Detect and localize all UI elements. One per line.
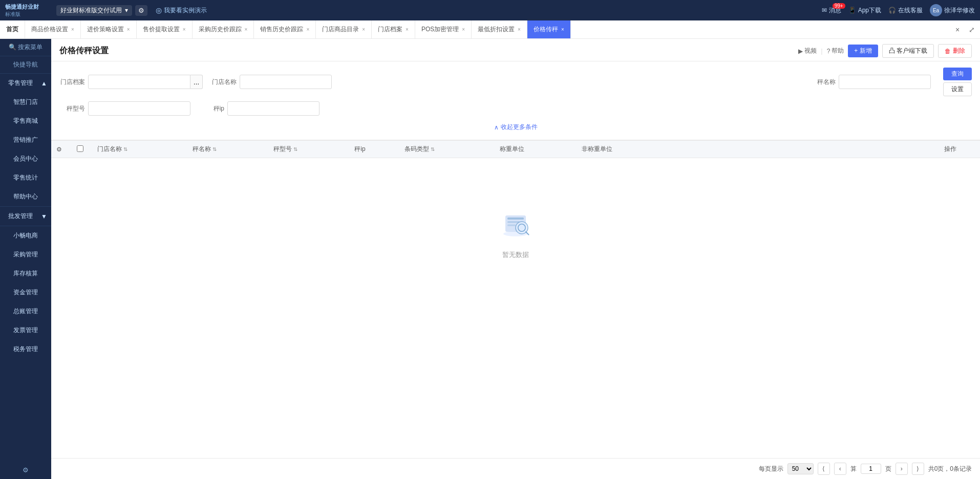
th-scale-ip-label: 秤ip xyxy=(354,145,365,153)
tab-pos-manage-close[interactable]: × xyxy=(462,27,465,32)
collapse-button[interactable]: ∧ 收起更多条件 xyxy=(494,123,538,132)
sidebar-item-retail[interactable]: 零售管理 ▲ xyxy=(0,74,51,93)
demo-label: 我要看实例演示 xyxy=(164,6,207,15)
online-service-button[interactable]: 🎧 在线客服 xyxy=(888,6,923,15)
sidebar-item-wholesale[interactable]: 批发管理 ▼ xyxy=(0,207,51,226)
user-name: 徐泽华修改 xyxy=(944,6,975,15)
store-file-input[interactable] xyxy=(88,75,190,89)
tab-sale-history-close[interactable]: × xyxy=(306,27,309,32)
sidebar-item-retail-mall[interactable]: 零售商城 xyxy=(0,112,51,130)
tab-price-scale[interactable]: 价格传秤 × xyxy=(527,20,571,39)
th-non-weight-unit: 非称重单位 xyxy=(577,141,939,158)
tab-purchase-history[interactable]: 采购历史价跟踪 × xyxy=(193,20,254,39)
sidebar-quick-nav[interactable]: 快捷导航 xyxy=(0,56,51,74)
tab-store-catalog[interactable]: 门店商品目录 × xyxy=(316,20,372,39)
search-form: 门店档案 ... 门店名称 秤名称 xyxy=(51,61,980,140)
sidebar-section-retail: 零售管理 ▲ 智慧门店 零售商城 营销推广 会员中心 零售统计 xyxy=(0,74,51,207)
sidebar-item-general[interactable]: 总账管理 xyxy=(0,302,51,321)
page-number-input[interactable] xyxy=(861,464,881,474)
table-body: 暂无数据 xyxy=(51,158,980,305)
sidebar-item-help-center[interactable]: 帮助中心 xyxy=(0,187,51,206)
tab-home[interactable]: 首页 xyxy=(0,20,25,39)
next-page-button[interactable]: › xyxy=(896,463,908,475)
video-link[interactable]: ▶ 视频 xyxy=(798,47,817,55)
first-page-button[interactable]: ⟨ xyxy=(818,463,830,475)
last-page-button[interactable]: ⟩ xyxy=(912,463,924,475)
sidebar-item-member[interactable]: 会员中心 xyxy=(0,149,51,168)
tab-store-catalog-close[interactable]: × xyxy=(362,27,365,32)
app-logo-line2: 标准版 xyxy=(5,11,39,17)
sidebar-settings-button[interactable]: ⚙ xyxy=(0,461,51,479)
first-page-icon: ⟨ xyxy=(822,465,825,472)
th-checkbox[interactable] xyxy=(72,141,92,158)
tab-purchase-strategy-close[interactable]: × xyxy=(127,27,130,32)
tab-sale-price[interactable]: 售价提取设置 × xyxy=(137,20,193,39)
settings-form-button[interactable]: 设置 xyxy=(943,82,972,96)
help-link[interactable]: ? 帮助 xyxy=(827,47,844,55)
sidebar-retail-stats-label: 零售统计 xyxy=(13,173,38,182)
store-name-input[interactable] xyxy=(240,75,332,89)
sidebar-search[interactable]: 🔍 搜索菜单 xyxy=(0,39,51,56)
sidebar-member-label: 会员中心 xyxy=(13,155,38,163)
th-store-name-label: 门店名称 xyxy=(97,145,122,154)
tab-store-file-close[interactable]: × xyxy=(406,27,409,32)
add-button[interactable]: + 新增 xyxy=(848,45,878,57)
tab-purchase-strategy[interactable]: 进价策略设置 × xyxy=(81,20,137,39)
tab-price-scale-close[interactable]: × xyxy=(561,27,564,32)
app-download-button[interactable]: 📱 App下载 xyxy=(848,6,881,15)
tab-product-price[interactable]: 商品价格设置 × xyxy=(25,20,81,39)
tab-close-all-button[interactable]: × xyxy=(951,24,964,36)
sidebar-item-tax[interactable]: 税务管理 xyxy=(0,340,51,359)
delete-button[interactable]: 🗑 删除 xyxy=(938,44,972,58)
version-selector[interactable]: 好业财标准版交付试用 ▾ xyxy=(56,5,132,16)
sidebar-item-invoice[interactable]: 发票管理 xyxy=(0,321,51,340)
tab-min-discount-close[interactable]: × xyxy=(518,27,521,32)
page-label: 算 xyxy=(850,465,857,473)
tab-store-file[interactable]: 门店档案 × xyxy=(372,20,415,39)
sidebar-tax-label: 税务管理 xyxy=(13,345,38,354)
sidebar-item-purchase[interactable]: 采购管理 xyxy=(0,245,51,264)
download-button[interactable]: 凸 客户端下载 xyxy=(882,44,934,58)
per-page-select[interactable]: 102050100 xyxy=(787,463,814,474)
tab-store-file-label: 门店档案 xyxy=(378,25,402,34)
sidebar-item-xiaochang-ec[interactable]: 小畅电商 xyxy=(0,226,51,245)
tab-purchase-strategy-label: 进价策略设置 xyxy=(87,25,124,34)
th-scale-model-sortable: 秤型号 ⇅ xyxy=(273,145,344,154)
prev-page-button[interactable]: ‹ xyxy=(834,463,846,475)
select-all-checkbox[interactable] xyxy=(77,145,83,152)
sidebar-item-smart-store[interactable]: 智慧门店 xyxy=(0,93,51,112)
demo-link[interactable]: ◎ 我要看实例演示 xyxy=(156,6,207,15)
th-store-name-sortable: 门店名称 ⇅ xyxy=(97,145,182,154)
store-file-field: 门店档案 ... xyxy=(59,75,203,89)
version-settings-button[interactable]: ⚙ xyxy=(135,5,147,16)
tab-expand-button[interactable]: ⤢ xyxy=(966,24,978,36)
tab-min-discount[interactable]: 最低折扣设置 × xyxy=(472,20,527,39)
table-header-row: ⚙ 门店名称 ⇅ xyxy=(51,141,980,158)
user-area[interactable]: Ea 徐泽华修改 xyxy=(930,4,975,16)
scale-ip-input[interactable] xyxy=(227,101,319,116)
tab-product-price-close[interactable]: × xyxy=(71,27,74,32)
tab-sale-price-close[interactable]: × xyxy=(183,27,186,32)
th-settings[interactable]: ⚙ xyxy=(51,141,72,158)
tab-price-scale-label: 价格传秤 xyxy=(534,25,558,34)
sidebar-search-label: 搜索菜单 xyxy=(18,43,42,51)
tab-purchase-history-close[interactable]: × xyxy=(245,27,248,32)
sidebar-item-marketing[interactable]: 营销推广 xyxy=(0,130,51,149)
store-file-more-button[interactable]: ... xyxy=(190,75,203,89)
sidebar-item-finance[interactable]: 资金管理 xyxy=(0,283,51,302)
scale-model-input[interactable] xyxy=(88,101,190,116)
scale-ip-field: 秤ip xyxy=(199,101,319,116)
scale-name-input[interactable] xyxy=(839,75,931,89)
tab-sale-history[interactable]: 销售历史价跟踪 × xyxy=(254,20,316,39)
query-button[interactable]: 查询 xyxy=(943,68,972,80)
sidebar-retail-arrow: ▲ xyxy=(41,80,47,87)
sidebar-marketing-label: 营销推广 xyxy=(13,136,38,144)
empty-state: 暂无数据 xyxy=(56,162,975,300)
message-button[interactable]: ✉ 消息 99+ xyxy=(822,6,841,15)
sidebar-gear-icon: ⚙ xyxy=(23,466,29,474)
sidebar-item-retail-stats[interactable]: 零售统计 xyxy=(0,168,51,187)
sidebar-item-stock[interactable]: 库存核算 xyxy=(0,264,51,283)
tab-pos-manage[interactable]: POS加密管理 × xyxy=(415,20,472,39)
chevron-down-icon: ▾ xyxy=(125,7,128,14)
app-container: 畅捷通好业财 标准版 好业财标准版交付试用 ▾ ⚙ ◎ 我要看实例演示 ✉ 消息… xyxy=(0,0,980,479)
